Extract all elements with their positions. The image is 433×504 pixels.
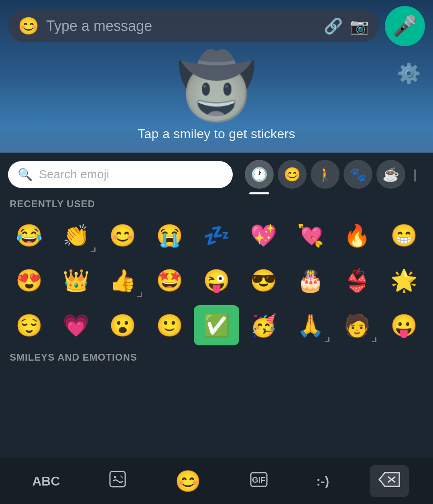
skin-tone-indicator	[325, 337, 329, 342]
svg-rect-0	[110, 471, 125, 487]
message-input-wrap[interactable]: 😊 Type a message 🔗 📷	[8, 10, 379, 42]
gif-button[interactable]: GIF	[242, 465, 276, 497]
search-row: 🔍 Search emoji 🕐 😊 🚶 🐾 ☕ |	[0, 153, 433, 193]
emoji-button[interactable]: 😊	[167, 465, 209, 497]
category-tabs: 🕐 😊 🚶 🐾 ☕ |	[241, 160, 421, 189]
emoji-birthday-cake[interactable]: 🎂	[288, 260, 333, 300]
emoji-relieved[interactable]: 😌	[6, 305, 52, 345]
emoji-grinning[interactable]: 😁	[381, 215, 427, 255]
emoji-picker-icon[interactable]: 😊	[18, 18, 39, 35]
sticker-mascot[interactable]: 🤠	[177, 54, 257, 118]
abc-button[interactable]: ABC	[24, 465, 68, 497]
recently-used-label: RECENTLY USED	[0, 193, 433, 213]
emoji-grid-row2: 😍 👑 👍 🤩 😜 😎 🎂 👙 🌟	[0, 258, 433, 303]
emoji-smile[interactable]: 😊	[100, 215, 146, 255]
emoji-party[interactable]: 🥳	[241, 305, 286, 345]
emoji-thumbsup[interactable]: 👍	[100, 260, 146, 300]
emoji-confused[interactable]: 😮	[100, 305, 146, 345]
emoji-sunglasses[interactable]: 😎	[241, 260, 286, 300]
emoji-pray[interactable]: 🙏	[288, 305, 333, 345]
emoji-crown[interactable]: 👑	[53, 260, 99, 300]
bottom-toolbar: ABC 😊 GIF :-)	[0, 458, 433, 504]
emoji-neutral[interactable]: 🙂	[147, 305, 192, 345]
sticker-button[interactable]	[100, 465, 135, 497]
emoji-heart-arrow[interactable]: 💘	[288, 215, 333, 255]
sticker-area: 🤠 Tap a smiley to get stickers	[0, 54, 433, 141]
camera-icon[interactable]: 📷	[350, 17, 369, 35]
tab-food[interactable]: ☕	[376, 160, 405, 189]
search-placeholder: Search emoji	[39, 167, 109, 181]
attachment-icon[interactable]: 🔗	[324, 17, 343, 35]
tab-more[interactable]: |	[409, 163, 421, 186]
emoji-fire[interactable]: 🔥	[334, 215, 380, 255]
emoji-sparkling-heart[interactable]: 💖	[241, 215, 286, 255]
emoji-wink-tongue[interactable]: 😜	[194, 260, 239, 300]
tab-recent[interactable]: 🕐	[245, 160, 274, 189]
smileys-section-label: SMILEYS AND EMOTIONS	[0, 348, 433, 365]
emoji-heart-eyes[interactable]: 😍	[6, 260, 52, 300]
svg-point-1	[114, 476, 116, 478]
sticker-label: Tap a smiley to get stickers	[138, 127, 295, 141]
text-emoji-label: :-)	[316, 474, 329, 489]
search-icon: 🔍	[18, 167, 33, 182]
tab-people[interactable]: 🚶	[311, 160, 339, 189]
tab-animals[interactable]: 🐾	[344, 160, 372, 189]
search-input[interactable]: 🔍 Search emoji	[8, 161, 233, 188]
skin-tone-indicator	[137, 292, 142, 297]
emoji-bikini[interactable]: 👙	[334, 260, 380, 300]
emoji-tongue[interactable]: 😛	[381, 305, 427, 345]
active-tab-indicator	[249, 192, 269, 194]
sticker-icon	[108, 470, 127, 493]
mic-icon: 🎤	[392, 14, 417, 38]
emoji-zzz[interactable]: 💤	[194, 215, 239, 255]
delete-icon	[378, 471, 401, 492]
gif-icon: GIF	[250, 470, 268, 492]
emoji-clap[interactable]: 👏	[53, 215, 99, 255]
emoji-person[interactable]: 🧑	[334, 305, 380, 345]
emoji-laughing-cry[interactable]: 😂	[6, 215, 52, 255]
emoji-grid-row3: 😌 💗 😮 🙂 ✅ 🥳 🙏 🧑 😛	[0, 303, 433, 348]
emoji-sob[interactable]: 😭	[147, 215, 192, 255]
tab-smileys[interactable]: 😊	[278, 160, 307, 189]
skin-tone-indicator	[91, 247, 96, 252]
delete-button[interactable]	[370, 465, 409, 497]
emoji-pink-heart[interactable]: 💗	[53, 305, 99, 345]
emoji-icon: 😊	[175, 469, 201, 494]
message-bar: 😊 Type a message 🔗 📷 🎤	[0, 0, 433, 52]
message-placeholder: Type a message	[46, 18, 317, 35]
emoji-star-struck[interactable]: 🤩	[147, 260, 192, 300]
emoji-checkmark[interactable]: ✅	[194, 305, 239, 345]
svg-text:GIF: GIF	[252, 475, 265, 484]
emoji-panel: 🔍 Search emoji 🕐 😊 🚶 🐾 ☕ | RECENTLY USED…	[0, 153, 433, 458]
emoji-sun[interactable]: 🌟	[381, 260, 427, 300]
emoji-grid-row1: 😂 👏 😊 😭 💤 💖 💘 🔥 😁	[0, 213, 433, 258]
skin-tone-indicator	[372, 337, 376, 342]
abc-label: ABC	[32, 474, 60, 489]
text-emoji-button[interactable]: :-)	[308, 465, 337, 497]
mic-button[interactable]: 🎤	[385, 6, 425, 46]
